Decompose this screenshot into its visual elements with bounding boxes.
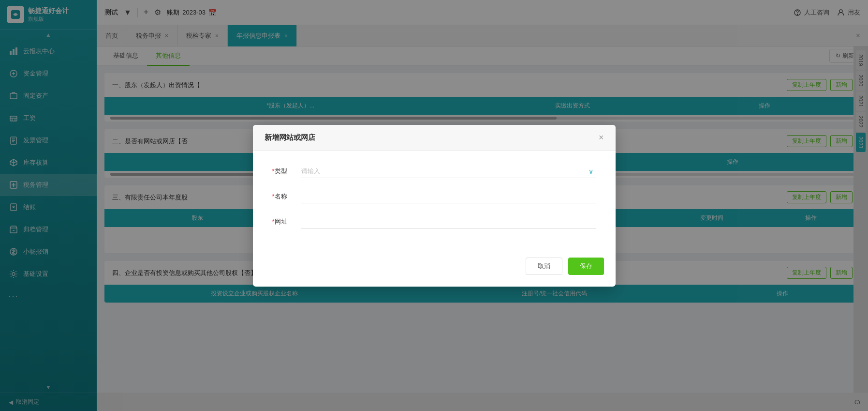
form-row-type: *类型 ∨ <box>272 165 596 178</box>
modal-footer: 取消 保存 <box>253 250 616 287</box>
modal-add-website: 新增网站或网店 × *类型 ∨ *名称 <box>253 125 616 287</box>
modal-header: 新增网站或网店 × <box>253 125 616 151</box>
modal-close-button[interactable]: × <box>599 133 604 143</box>
form-label-url: *网址 <box>272 217 301 226</box>
modal-body: *类型 ∨ *名称 *网址 <box>253 151 616 250</box>
form-label-type: *类型 <box>272 167 301 176</box>
form-row-name: *名称 <box>272 190 596 203</box>
form-input-wrap-url <box>301 215 596 228</box>
url-input[interactable] <box>301 215 596 228</box>
form-input-wrap-type: ∨ <box>301 165 596 178</box>
name-input[interactable] <box>301 190 596 203</box>
save-button[interactable]: 保存 <box>568 258 604 275</box>
modal-title: 新增网站或网店 <box>265 133 315 142</box>
cancel-button[interactable]: 取消 <box>526 258 562 275</box>
type-input[interactable] <box>301 165 596 178</box>
form-row-url: *网址 <box>272 215 596 228</box>
form-label-name: *名称 <box>272 192 301 201</box>
modal-overlay: 新增网站或网店 × *类型 ∨ *名称 <box>0 0 868 411</box>
form-input-wrap-name <box>301 190 596 203</box>
